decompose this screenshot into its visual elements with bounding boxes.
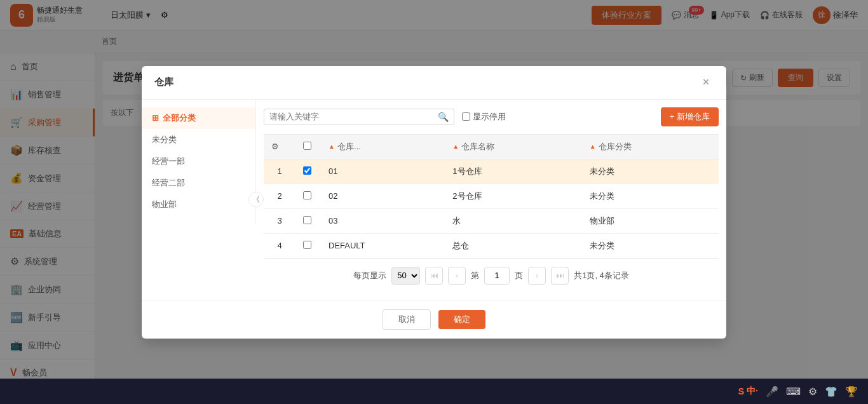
trophy-icon[interactable]: 🏆: [845, 386, 858, 398]
modal-close-button[interactable]: ×: [698, 75, 714, 90]
row-category: 未分类: [582, 233, 719, 258]
page-first-button[interactable]: ⏮: [425, 267, 443, 285]
row-num: 2: [264, 184, 295, 208]
th-code: ▲ 仓库...: [321, 134, 445, 159]
warehouse-table: ⚙ ▲ 仓库...: [264, 134, 719, 259]
category-item-property[interactable]: 物业部: [142, 194, 255, 215]
row-code: 02: [321, 184, 445, 208]
per-page-label: 每页显示: [353, 270, 386, 281]
settings-icon[interactable]: ⚙: [808, 386, 817, 398]
confirm-button[interactable]: 确定: [438, 310, 485, 329]
row-checkbox[interactable]: [303, 241, 311, 249]
row-category: 物业部: [582, 208, 719, 233]
show-disabled-label: 显示停用: [462, 111, 506, 123]
row-checkbox[interactable]: [303, 216, 311, 224]
table-panel: 🔍 显示停用 + 新增仓库: [256, 100, 726, 300]
category-item-unclassified[interactable]: 未分类: [142, 129, 255, 151]
row-num: 3: [264, 208, 295, 233]
category-panel-wrap: ⊞ 全部分类 未分类 经营一部 经营二部 物业部: [142, 100, 256, 300]
page-prev-button[interactable]: ‹: [448, 267, 466, 285]
th-category: ▲ 仓库分类: [582, 134, 719, 159]
row-name: 1号仓库: [445, 159, 581, 184]
page-unit: 页: [515, 270, 523, 281]
th-name: ▲ 仓库名称: [445, 134, 581, 159]
row-code: 01: [321, 159, 445, 184]
shirt-icon[interactable]: 👕: [825, 386, 837, 398]
pagination: 每页显示 50 ⏮ ‹ 第 页 › ⏭ 共1页, 4条记录: [264, 259, 719, 292]
cancel-button[interactable]: 取消: [383, 309, 431, 330]
row-name: 总仓: [445, 233, 581, 258]
category-panel: ⊞ 全部分类 未分类 经营一部 经营二部 物业部: [142, 100, 256, 223]
page-last-button[interactable]: ⏭: [551, 267, 569, 285]
sort-icon-code: ▲: [329, 143, 335, 150]
table-header: ⚙ ▲ 仓库...: [264, 134, 719, 159]
sort-icon-name: ▲: [452, 143, 459, 150]
sort-icon-category: ▲: [590, 143, 596, 150]
modal-body: ⊞ 全部分类 未分类 经营一部 经营二部 物业部: [142, 100, 726, 300]
keyboard-icon[interactable]: ⌨: [786, 386, 801, 398]
bottom-bar: S 中· 🎤 ⌨ ⚙ 👕 🏆: [0, 379, 868, 404]
new-warehouse-button[interactable]: + 新增仓库: [661, 107, 719, 126]
row-checkbox[interactable]: [303, 166, 311, 175]
row-checkbox-cell: [295, 184, 321, 208]
modal-header: 仓库 ×: [142, 66, 726, 100]
grid-icon: ⊞: [152, 113, 159, 123]
warehouse-modal: 仓库 × ⊞ 全部分类 未分类 经营一部: [142, 66, 726, 339]
table-container: ⚙ ▲ 仓库...: [264, 134, 719, 259]
th-checkbox: [295, 134, 321, 159]
search-input[interactable]: [269, 112, 438, 121]
row-code: DEFAULT: [321, 233, 445, 258]
modal-title: 仓库: [154, 76, 173, 88]
row-code: 03: [321, 208, 445, 233]
category-all-item[interactable]: ⊞ 全部分类: [142, 107, 255, 129]
row-num: 4: [264, 233, 295, 258]
row-num: 1: [264, 159, 295, 184]
table-body: 1 01 1号仓库 未分类 2 02 2号仓库 未分类 3 03 水 物业部 4…: [264, 159, 719, 258]
table-row[interactable]: 1 01 1号仓库 未分类: [264, 159, 719, 184]
total-info: 共1页, 4条记录: [574, 270, 629, 281]
page-next-button[interactable]: ›: [528, 267, 546, 285]
row-checkbox[interactable]: [303, 191, 311, 199]
category-collapse-button[interactable]: 《: [248, 192, 264, 207]
table-toolbar: 🔍 显示停用 + 新增仓库: [264, 107, 719, 126]
page-label: 第: [471, 270, 479, 281]
table-row[interactable]: 3 03 水 物业部: [264, 208, 719, 233]
category-all-label: 全部分类: [163, 112, 196, 124]
page-number-input[interactable]: [484, 267, 510, 285]
row-name: 2号仓库: [445, 184, 581, 208]
table-row[interactable]: 2 02 2号仓库 未分类: [264, 184, 719, 208]
bottom-logo: S 中·: [738, 386, 758, 397]
select-all-checkbox[interactable]: [303, 142, 311, 150]
table-row[interactable]: 4 DEFAULT 总仓 未分类: [264, 233, 719, 258]
row-checkbox-cell: [295, 233, 321, 258]
row-category: 未分类: [582, 184, 719, 208]
row-name: 水: [445, 208, 581, 233]
search-icon[interactable]: 🔍: [438, 112, 449, 122]
modal-footer: 取消 确定: [142, 300, 726, 339]
mic-icon[interactable]: 🎤: [766, 386, 778, 398]
category-item-ops2[interactable]: 经营二部: [142, 172, 255, 194]
search-box: 🔍: [264, 109, 454, 125]
row-checkbox-cell: [295, 159, 321, 184]
category-item-ops1[interactable]: 经营一部: [142, 151, 255, 172]
row-category: 未分类: [582, 159, 719, 184]
per-page-select[interactable]: 50: [391, 267, 420, 285]
row-checkbox-cell: [295, 208, 321, 233]
modal-overlay: 仓库 × ⊞ 全部分类 未分类 经营一部: [0, 0, 868, 404]
show-disabled-checkbox[interactable]: [462, 112, 470, 121]
th-gear: ⚙: [264, 134, 295, 159]
